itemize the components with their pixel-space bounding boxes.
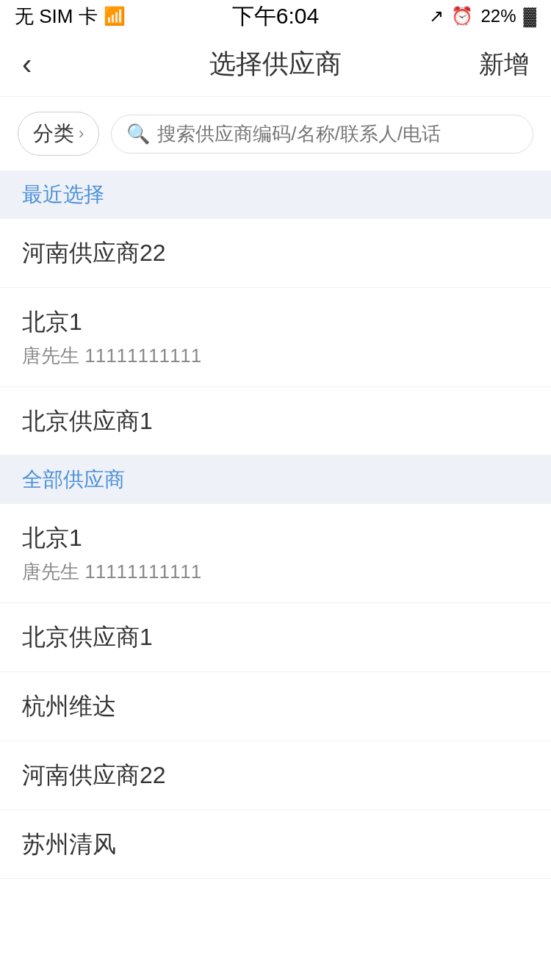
nav-bar: ‹ 选择供应商 新增 [0, 32, 551, 97]
sim-status: 无 SIM 卡 [15, 4, 98, 29]
item-name: 河南供应商22 [22, 759, 529, 792]
category-button[interactable]: 分类 › [18, 112, 99, 156]
location-icon: ↗ [429, 6, 444, 26]
list-item[interactable]: 北京1唐先生 11111111111 [0, 288, 551, 387]
status-time: 下午6:04 [232, 1, 319, 32]
battery-level: 22% [480, 6, 516, 26]
item-sub: 唐先生 11111111111 [22, 343, 529, 369]
item-name: 北京供应商1 [22, 621, 529, 654]
list-item[interactable]: 杭州维达 [0, 672, 551, 741]
recent-section-header: 最近选择 [0, 170, 551, 219]
all-list: 北京1唐先生 11111111111北京供应商1杭州维达河南供应商22苏州清风 [0, 504, 551, 879]
search-box[interactable]: 🔍 [111, 115, 533, 154]
item-name: 杭州维达 [22, 690, 529, 723]
item-name: 北京供应商1 [22, 405, 529, 438]
search-area: 分类 › 🔍 [0, 97, 551, 170]
item-name: 北京1 [22, 522, 529, 555]
list-item[interactable]: 北京供应商1 [0, 387, 551, 456]
status-right: ↗ ⏰ 22% ▓ [429, 6, 536, 26]
search-icon: 🔍 [126, 123, 150, 145]
list-item[interactable]: 苏州清风 [0, 810, 551, 879]
all-section-header: 全部供应商 [0, 455, 551, 504]
item-name: 河南供应商22 [22, 237, 529, 270]
item-name: 苏州清风 [22, 828, 529, 861]
item-name: 北京1 [22, 306, 529, 339]
recent-list: 河南供应商22北京1唐先生 11111111111北京供应商1 [0, 219, 551, 455]
list-item[interactable]: 河南供应商22 [0, 741, 551, 810]
list-item[interactable]: 河南供应商22 [0, 219, 551, 288]
wifi-icon: 📶 [104, 6, 126, 26]
all-section-label: 全部供应商 [22, 468, 125, 491]
battery-icon: ▓ [524, 6, 537, 26]
status-left: 无 SIM 卡 📶 [15, 4, 126, 29]
clock-icon: ⏰ [451, 6, 473, 26]
back-button[interactable]: ‹ [15, 40, 39, 88]
list-item[interactable]: 北京1唐先生 11111111111 [0, 504, 551, 603]
list-item[interactable]: 北京供应商1 [0, 603, 551, 672]
category-label: 分类 [33, 120, 74, 148]
recent-section-label: 最近选择 [22, 183, 104, 206]
add-button[interactable]: 新增 [479, 48, 529, 82]
item-sub: 唐先生 11111111111 [22, 559, 529, 585]
status-bar: 无 SIM 卡 📶 下午6:04 ↗ ⏰ 22% ▓ [0, 0, 551, 32]
search-input[interactable] [157, 123, 518, 145]
page-title: 选择供应商 [209, 46, 342, 82]
chevron-right-icon: › [79, 124, 84, 143]
